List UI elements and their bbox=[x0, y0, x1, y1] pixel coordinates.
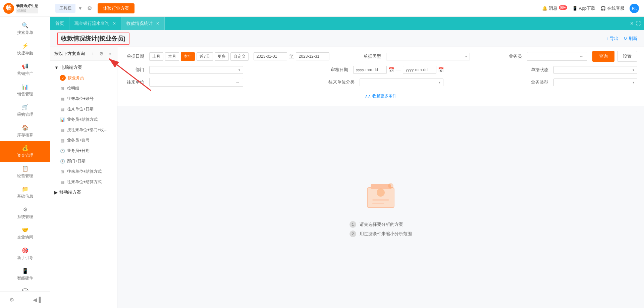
export-btn[interactable]: ↑ 导出 bbox=[606, 36, 619, 42]
group-mobile[interactable]: ▶ 移动端方案 bbox=[50, 187, 117, 197]
tree-item-counterpart-date[interactable]: ▦ 往来单位+日期 bbox=[50, 104, 117, 114]
doc-type-select[interactable]: ▾ bbox=[386, 53, 470, 60]
review-date-group: 📅 — 📅 bbox=[353, 66, 444, 74]
counterpart-input[interactable]: ··· bbox=[149, 78, 243, 87]
salesperson-select[interactable]: ··· bbox=[527, 52, 587, 61]
tree-item-sales-settlement[interactable]: 📊 业务员+结算方式 bbox=[50, 114, 117, 125]
tree-item-detail[interactable]: ⊞ 按明细 bbox=[50, 83, 117, 94]
date-btn-this-year[interactable]: 本年 bbox=[181, 52, 195, 61]
sidebar-item-hardware[interactable]: 📱 智能硬件 bbox=[0, 264, 50, 285]
sidebar-item-basic-info[interactable]: 📁 基础信息 bbox=[0, 182, 50, 203]
refresh-btn[interactable]: ↻ 刷新 bbox=[624, 36, 637, 42]
page-actions: ↑ 导出 ↻ 刷新 bbox=[606, 36, 638, 42]
page-header: 收款情况统计(按业务员) ↑ 导出 ↻ 刷新 bbox=[50, 30, 644, 47]
sidebar-item-wechat[interactable]: 💬 企业微信 bbox=[0, 285, 50, 291]
scheme-settings-btn[interactable]: ⚙ bbox=[98, 50, 105, 57]
sidebar-item-marketing[interactable]: 📢 营销推广 bbox=[0, 59, 50, 80]
table-icon-1: ▦ bbox=[60, 96, 65, 102]
tree-item-counterpart-account[interactable]: ▦ 往来单位+账号 bbox=[50, 94, 117, 104]
collapse-panel-btn[interactable]: « bbox=[106, 50, 113, 57]
date-btn-more[interactable]: 更多 bbox=[215, 52, 229, 61]
sidebar-item-operations[interactable]: 📋 经营管理 bbox=[0, 162, 50, 182]
sidebar-item-search[interactable]: 🔍 搜索菜单 bbox=[0, 18, 50, 39]
counterpart-cat-caret: ▾ bbox=[439, 81, 440, 84]
counterpart-cat-label: 往来单位分类 bbox=[328, 79, 355, 85]
online-service-item[interactable]: 🎧 在线客服 bbox=[600, 5, 625, 11]
sidebar-item-sales[interactable]: 📊 销售管理 bbox=[0, 80, 50, 100]
dept-select[interactable]: ▾ bbox=[149, 66, 243, 74]
sidebar-item-finance[interactable]: 💰 资金管理 bbox=[0, 141, 50, 162]
counterpart-more[interactable]: ··· bbox=[236, 80, 239, 85]
guide-icon: 🎯 bbox=[22, 247, 29, 254]
sidebar-item-guide[interactable]: 🎯 新手引导 bbox=[0, 244, 50, 264]
tree-item-counterpart-settlement1[interactable]: ⊞ 往来单位+结算方式 bbox=[50, 166, 117, 177]
tree-item-counterpart-settlement2[interactable]: ▦ 往来单位+结算方式 bbox=[50, 177, 117, 187]
cal-icon-2[interactable]: 📅 bbox=[438, 67, 444, 72]
date-btn-last-month[interactable]: 上月 bbox=[149, 52, 163, 61]
user-avatar[interactable]: Rit bbox=[630, 4, 639, 13]
tree-item-sales-date[interactable]: 🕐 业务员+日期 bbox=[50, 146, 117, 156]
sidebar-item-quicknav[interactable]: ⚡ 快捷导航 bbox=[0, 39, 50, 59]
logo-icon: 畅 bbox=[3, 3, 14, 14]
counterpart-cat-select[interactable]: ▾ bbox=[360, 79, 443, 86]
gear-icon[interactable]: ⚙ bbox=[85, 4, 94, 13]
tab-bank-flow-close[interactable]: ✕ bbox=[113, 21, 116, 26]
dropdown-arrow-icon[interactable]: ▾ bbox=[79, 5, 82, 11]
tab-bank-flow[interactable]: 现金银行流水查询 ✕ bbox=[69, 17, 121, 30]
review-from-input[interactable] bbox=[353, 66, 387, 74]
tree-item-sales-account[interactable]: ▦ 业务员+账号 bbox=[50, 135, 117, 146]
date-to-input[interactable] bbox=[296, 52, 329, 60]
sidebar-item-enterprise[interactable]: 🤝 企业协同 bbox=[0, 223, 50, 244]
query-button[interactable]: 查询 bbox=[592, 51, 614, 62]
review-to-input[interactable] bbox=[403, 66, 436, 74]
window-maximize-btn[interactable]: ⛶ bbox=[636, 21, 641, 26]
svg-point-5 bbox=[388, 183, 393, 189]
setting-button[interactable]: 设置 bbox=[617, 51, 637, 62]
date-btn-custom[interactable]: 自定义 bbox=[230, 52, 249, 61]
trial-button[interactable]: 体验行业方案 bbox=[98, 3, 135, 13]
date-label: 单据日期 bbox=[124, 53, 144, 59]
sidebar-item-system[interactable]: ⚙ 系统管理 bbox=[0, 203, 50, 223]
tree-item-counterpart-dept[interactable]: ▦ 按往来单位+部门+收... bbox=[50, 125, 117, 135]
expand-icon: ▼ bbox=[54, 65, 59, 70]
filter-area: 单据日期 上月 本月 本年 近7天 更多 自定义 至 bbox=[117, 47, 644, 106]
window-close-btn[interactable]: ✕ bbox=[630, 21, 634, 26]
grid-icon: ⊞ bbox=[60, 86, 65, 91]
system-icon: ⚙ bbox=[22, 206, 29, 213]
doc-status-caret: ▾ bbox=[633, 68, 634, 72]
app-download-item[interactable]: 📱 App下载 bbox=[572, 5, 595, 11]
tab-home[interactable]: 首页 bbox=[50, 17, 69, 30]
collapse-sidebar-btn[interactable]: ◀▐ bbox=[31, 295, 42, 305]
operations-icon: 📋 bbox=[22, 165, 29, 172]
date-btn-7days[interactable]: 近7天 bbox=[197, 52, 213, 61]
settings-bottom-btn[interactable]: ⚙ bbox=[8, 295, 16, 305]
notification-item[interactable]: 🔔 消息 99+ bbox=[542, 5, 567, 11]
content-area: 按以下方案查询 + ⚙ « ▼ 电脑端方案 ✓ 按业务员 ⊞ 按明 bbox=[50, 47, 644, 308]
dept-caret: ▾ bbox=[238, 68, 240, 72]
sales-icon: 📊 bbox=[22, 83, 29, 90]
group-desktop[interactable]: ▼ 电脑端方案 bbox=[50, 62, 117, 72]
sidebar-item-purchase[interactable]: 🛒 采购管理 bbox=[0, 100, 50, 121]
tree-item-salesperson[interactable]: ✓ 按业务员 bbox=[50, 72, 117, 83]
empty-steps: 1 请先选择要分析的方案 2 用过滤条件来缩小分析范围 bbox=[350, 221, 412, 240]
main-content: 工具栏 ▾ ⚙ 体验行业方案 🔔 消息 99+ 📱 App下载 🎧 在线客服 R… bbox=[50, 0, 644, 308]
salesperson-more[interactable]: ··· bbox=[580, 54, 583, 59]
add-scheme-btn[interactable]: + bbox=[90, 50, 96, 57]
filter-row-1: 单据日期 上月 本月 本年 近7天 更多 自定义 至 bbox=[124, 51, 637, 62]
doc-status-select[interactable]: ▾ bbox=[553, 66, 637, 74]
sidebar-item-inventory[interactable]: 🏠 库存核算 bbox=[0, 121, 50, 141]
collapse-filters-btn[interactable]: ∧∧ 收起更多条件 bbox=[124, 91, 637, 102]
finance-icon: 💰 bbox=[22, 145, 29, 151]
cal-icon-1[interactable]: 📅 bbox=[388, 67, 394, 72]
tab-collection-stats[interactable]: 收款情况统计 ✕ bbox=[121, 17, 165, 30]
tab-collection-stats-close[interactable]: ✕ bbox=[156, 21, 159, 26]
biz-type-select[interactable]: ▾ bbox=[553, 79, 637, 86]
tab-home-label: 首页 bbox=[55, 20, 64, 27]
group-desktop-label: 电脑端方案 bbox=[60, 64, 82, 70]
date-btn-this-month[interactable]: 本月 bbox=[165, 52, 179, 61]
collapse-up-icon: ∧∧ bbox=[365, 94, 371, 99]
tree-item-dept-date[interactable]: 🕐 部门+日期 bbox=[50, 156, 117, 166]
date-from-input[interactable] bbox=[254, 52, 287, 60]
right-panel: 单据日期 上月 本月 本年 近7天 更多 自定义 至 bbox=[117, 47, 644, 308]
table-icon-4: ▦ bbox=[60, 138, 65, 143]
